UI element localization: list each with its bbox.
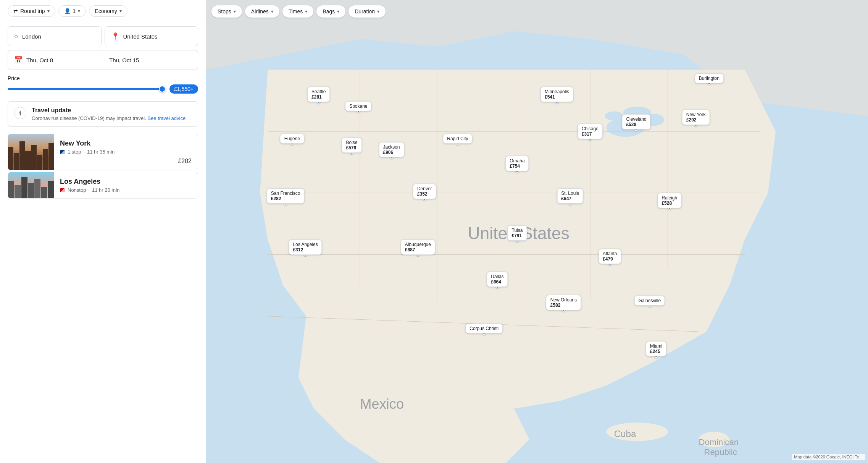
city-pin-dallas[interactable]: Dallas£664 [487, 272, 508, 287]
result-info-newyork: New York 1 stop · 11 hr 35 min £202 [54, 134, 198, 170]
travel-update-icon: ℹ [14, 107, 26, 119]
city-pin-gainesville[interactable]: Gainesville [634, 296, 665, 306]
result-item-losangeles[interactable]: Los Angeles Nonstop · 11 hr 20 min [8, 172, 198, 199]
date-end-input[interactable]: Thu, Oct 15 [103, 50, 198, 70]
price-label: Price [8, 75, 198, 81]
city-pin-rapidcity[interactable]: Rapid City [443, 134, 472, 144]
left-panel: ⇄ Round trip ▾ 👤 1 ▾ Economy ▾ ○ London … [0, 0, 206, 463]
airline-logo-ny [60, 150, 65, 154]
travel-update-content: Travel update Coronavirus disease (COVID… [32, 107, 186, 121]
filter-stops[interactable]: Stops ▾ [211, 5, 242, 18]
filter-airlines-label: Airlines [251, 8, 269, 15]
pins-container: Seattle£281SpokaneEugeneBoise£576Jackson… [206, 0, 868, 463]
date-start-value: Thu, Oct 8 [26, 57, 53, 63]
travel-update-title: Travel update [32, 107, 186, 114]
filter-stops-label: Stops [218, 8, 231, 15]
price-section: Price £1,550+ [0, 70, 206, 97]
filter-airlines[interactable]: Airlines ▾ [245, 5, 279, 18]
stops-chevron: ▾ [234, 9, 236, 14]
city-pin-jackson[interactable]: Jackson£906 [379, 142, 404, 157]
round-trip-icon: ⇄ [13, 8, 18, 14]
passengers-label: 1 [73, 8, 76, 14]
passengers-button[interactable]: 👤 1 ▾ [58, 5, 86, 17]
result-stops-newyork: 1 stop [68, 149, 81, 155]
city-pin-minneapolis[interactable]: Minneapolis£541 [540, 87, 573, 102]
city-pin-raleigh[interactable]: Raleigh£528 [657, 193, 681, 208]
city-pin-neworleans[interactable]: New Orleans£582 [546, 295, 581, 310]
map-filters: Stops ▾ Airlines ▾ Times ▾ Bags ▾ Durati… [211, 5, 386, 18]
city-pin-newyork[interactable]: New York£202 [682, 110, 710, 125]
passengers-chevron: ▾ [78, 8, 80, 14]
city-pin-sanfrancisco[interactable]: San Francisco£282 [267, 188, 305, 204]
origin-input[interactable]: ○ London [8, 26, 102, 46]
search-fields: ○ London 📍 United States 📅 Thu, Oct 8 Th… [0, 21, 206, 70]
cabin-class-chevron: ▾ [119, 8, 122, 14]
result-meta-losangeles: Nonstop · 11 hr 20 min [60, 187, 192, 193]
result-info-losangeles: Los Angeles Nonstop · 11 hr 20 min [54, 172, 198, 198]
filter-duration[interactable]: Duration ▾ [348, 5, 386, 18]
result-image-losangeles [8, 172, 54, 198]
city-pin-eugene[interactable]: Eugene [280, 134, 304, 144]
filter-times-label: Times [289, 8, 303, 15]
city-pin-seattle[interactable]: Seattle£281 [307, 87, 330, 102]
cabin-class-button[interactable]: Economy ▾ [89, 5, 127, 17]
city-pin-miami[interactable]: Miami£245 [646, 341, 666, 356]
result-city-newyork: New York [60, 139, 192, 147]
date-start-input[interactable]: 📅 Thu, Oct 8 [8, 50, 103, 70]
travel-update-body: Coronavirus disease (COVID-19) may impac… [32, 115, 186, 121]
result-price-newyork: £202 [60, 158, 192, 165]
destination-icon: 📍 [111, 32, 119, 40]
destination-value: United States [123, 33, 158, 40]
airline-logo-la [60, 188, 65, 192]
price-badge: £1,550+ [169, 84, 198, 94]
city-pin-losangeles[interactable]: Los Angeles£312 [289, 240, 322, 255]
times-chevron: ▾ [305, 9, 307, 14]
city-pin-chicago[interactable]: Chicago£317 [578, 124, 603, 139]
travel-update-card: ℹ Travel update Coronavirus disease (COV… [8, 101, 198, 127]
travel-advice-link[interactable]: See travel advice [147, 115, 186, 121]
price-slider-thumb[interactable] [159, 86, 166, 92]
map-container: Stops ▾ Airlines ▾ Times ▾ Bags ▾ Durati… [206, 0, 868, 463]
round-trip-label: Round trip [20, 8, 45, 14]
city-pin-spokane[interactable]: Spokane [345, 101, 371, 111]
map-attribution: Map data ©2020 Google, INEGI Te... [792, 454, 865, 460]
city-pin-denver[interactable]: Denver£352 [413, 184, 436, 199]
round-trip-button[interactable]: ⇄ Round trip ▾ [8, 5, 55, 17]
city-pin-omaha[interactable]: Omaha£754 [505, 156, 529, 171]
result-duration-losangeles: 11 hr 20 min [92, 187, 119, 193]
destination-input[interactable]: 📍 United States [105, 26, 198, 46]
date-end-value: Thu, Oct 15 [109, 57, 139, 63]
city-pin-atlanta[interactable]: Atlanta£479 [599, 249, 621, 264]
passenger-icon: 👤 [64, 8, 71, 14]
result-city-losangeles: Los Angeles [60, 178, 192, 186]
result-duration-newyork: 11 hr 35 min [87, 149, 115, 155]
calendar-icon: 📅 [14, 56, 23, 64]
city-pin-boise[interactable]: Boise£576 [342, 138, 361, 153]
filter-bags[interactable]: Bags ▾ [316, 5, 345, 18]
price-slider-track[interactable] [8, 88, 166, 90]
filter-times[interactable]: Times ▾ [282, 5, 314, 18]
filter-bags-label: Bags [323, 8, 335, 15]
round-trip-chevron: ▾ [47, 8, 50, 14]
price-slider-row: £1,550+ [8, 84, 198, 94]
city-pin-burlington[interactable]: Burlington [695, 73, 724, 83]
city-pin-tulsa[interactable]: Tulsa£791 [508, 225, 527, 241]
city-pin-albuquerque[interactable]: Albuquerque£687 [401, 240, 435, 255]
location-row: ○ London 📍 United States [8, 26, 198, 46]
filter-duration-label: Duration [355, 8, 375, 15]
city-pin-stlouis[interactable]: St. Louis£647 [557, 188, 583, 204]
origin-icon: ○ [14, 32, 18, 40]
result-stops-losangeles: Nonstop [68, 187, 86, 193]
result-item-newyork[interactable]: New York 1 stop · 11 hr 35 min £202 [8, 134, 198, 170]
date-row: 📅 Thu, Oct 8 Thu, Oct 15 [8, 50, 198, 70]
bags-chevron: ▾ [337, 9, 339, 14]
result-list: New York 1 stop · 11 hr 35 min £202 [0, 131, 206, 202]
top-bar: ⇄ Round trip ▾ 👤 1 ▾ Economy ▾ [0, 0, 206, 21]
result-image-newyork [8, 134, 54, 170]
origin-value: London [22, 33, 41, 40]
city-pin-cleveland[interactable]: Cleveland£528 [622, 114, 650, 130]
airlines-chevron: ▾ [271, 9, 273, 14]
result-meta-newyork: 1 stop · 11 hr 35 min [60, 149, 192, 155]
cabin-class-label: Economy [95, 8, 117, 14]
city-pin-corpuschristi[interactable]: Corpus Christi [465, 324, 503, 333]
